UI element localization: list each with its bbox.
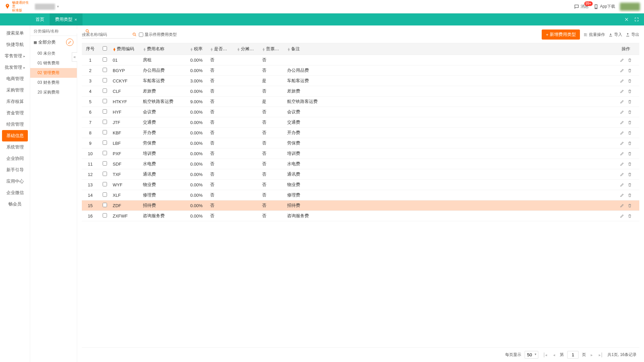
row-delete-button[interactable] <box>628 79 632 83</box>
row-delete-button[interactable] <box>628 183 632 187</box>
table-row[interactable]: 12TXF通讯费0.00%否否通讯费 <box>82 169 639 180</box>
nav-item-批发管理[interactable]: 批发管理▸ <box>0 62 30 73</box>
row-edit-button[interactable] <box>620 193 624 197</box>
row-edit-button[interactable] <box>620 183 624 187</box>
row-delete-button[interactable] <box>628 152 632 156</box>
row-delete-button[interactable] <box>628 58 632 62</box>
page-input[interactable] <box>567 351 579 359</box>
nav-item-经营管理[interactable]: 经营管理 <box>0 119 30 130</box>
table-row[interactable]: 14XLF修理费0.00%否否修理费 <box>82 190 639 200</box>
row-edit-button[interactable] <box>620 214 624 218</box>
row-edit-button[interactable] <box>620 203 624 208</box>
category-item[interactable]: 03 财务费用 <box>30 78 77 87</box>
row-delete-button[interactable] <box>628 68 632 73</box>
tab-home[interactable]: 首页 <box>30 13 50 25</box>
row-checkbox[interactable] <box>103 88 107 93</box>
header-remark[interactable]: ▲▼备注 <box>285 43 612 55</box>
row-delete-button[interactable] <box>628 100 632 104</box>
row-edit-button[interactable] <box>620 120 624 125</box>
row-checkbox[interactable] <box>103 68 107 72</box>
row-edit-button[interactable] <box>620 79 624 83</box>
company-dropdown[interactable]: ▾ <box>35 4 59 10</box>
table-row[interactable]: 9LBF劳保费0.00%否否劳保费 <box>82 138 639 148</box>
export-button[interactable]: 导出 <box>626 32 639 38</box>
row-delete-button[interactable] <box>628 89 632 94</box>
row-checkbox[interactable] <box>103 161 107 166</box>
header-bool2[interactable]: ▲▼普票… <box>260 43 285 55</box>
messages-button[interactable]: 消息 99+ <box>574 4 589 9</box>
category-root[interactable]: ▦ 全部分类 <box>30 36 77 49</box>
row-edit-button[interactable] <box>620 89 624 94</box>
row-edit-button[interactable] <box>620 100 624 104</box>
row-delete-button[interactable] <box>628 110 632 114</box>
table-row[interactable]: 101房租0.00%否否 <box>82 55 639 65</box>
table-row[interactable]: 16ZXFWF咨询服务费0.00%否否咨询服务费 <box>82 211 639 221</box>
row-checkbox[interactable] <box>103 78 107 82</box>
select-all-checkbox[interactable] <box>103 46 107 51</box>
row-delete-button[interactable] <box>628 162 632 166</box>
row-checkbox[interactable] <box>103 172 107 176</box>
nav-item-基础信息[interactable]: 基础信息 <box>2 130 28 141</box>
table-row[interactable]: 4CLF差旅费0.00%否否差旅费 <box>82 86 639 97</box>
show-disabled-checkbox[interactable] <box>139 33 143 37</box>
page-prev-button[interactable]: ◂ <box>552 353 556 357</box>
search-icon[interactable] <box>132 32 137 37</box>
row-checkbox[interactable] <box>103 203 107 207</box>
table-row[interactable]: 5HTKYF航空铁路客运费9.00%否是航空铁路客运费 <box>82 97 639 107</box>
table-row[interactable]: 15ZDF招待费0.00%否否招待费 <box>82 200 639 211</box>
batch-action-button[interactable]: 批量操作 <box>583 32 605 38</box>
header-alloc[interactable]: ▲▼分摊… <box>235 43 260 55</box>
table-row[interactable]: 8KBF开办费0.00%否否开办费 <box>82 128 639 138</box>
nav-item-企业微信[interactable]: 企业微信 <box>0 187 30 198</box>
table-row[interactable]: 11SDF水电费0.00%否否水电费 <box>82 159 639 169</box>
page-first-button[interactable]: ⎮◂ <box>542 353 548 357</box>
nav-item-快捷导航[interactable]: 快捷导航 <box>0 39 30 50</box>
nav-item-应用中心[interactable]: 应用中心 <box>0 176 30 187</box>
row-edit-button[interactable] <box>620 162 624 166</box>
table-row[interactable]: 2BGYP办公用品费0.00%否否办公用品费 <box>82 65 639 76</box>
row-delete-button[interactable] <box>628 193 632 197</box>
category-item[interactable]: 00 未分类 <box>30 49 77 58</box>
category-search-input[interactable] <box>34 29 84 34</box>
fullscreen-button[interactable] <box>633 16 640 23</box>
nav-item-电商管理[interactable]: 电商管理 <box>0 73 30 84</box>
table-row[interactable]: 10PXF培训费0.00%否否培训费 <box>82 148 639 159</box>
table-row[interactable]: 3CCKYF车船客运费3.00%否是车船客运费 <box>82 76 639 86</box>
nav-item-畅会员[interactable]: 畅会员 <box>0 198 30 210</box>
table-row[interactable]: 13WYF物业费0.00%否否物业费 <box>82 180 639 190</box>
row-checkbox[interactable] <box>103 109 107 114</box>
header-code[interactable]: ▲▼费用编码 <box>111 43 141 55</box>
nav-item-零售管理[interactable]: 零售管理▸ <box>0 50 30 62</box>
row-checkbox[interactable] <box>103 213 107 218</box>
row-delete-button[interactable] <box>628 120 632 125</box>
header-select-all[interactable] <box>99 43 111 55</box>
search-icon[interactable] <box>85 29 90 34</box>
app-download-button[interactable]: App下载 <box>593 4 615 9</box>
row-checkbox[interactable] <box>103 182 107 186</box>
row-delete-button[interactable] <box>628 141 632 145</box>
category-edit-button[interactable] <box>66 39 73 46</box>
header-idx[interactable]: 序号 <box>82 43 99 55</box>
row-edit-button[interactable] <box>620 68 624 73</box>
row-edit-button[interactable] <box>620 110 624 114</box>
row-edit-button[interactable] <box>620 131 624 135</box>
row-checkbox[interactable] <box>103 57 107 62</box>
row-checkbox[interactable] <box>103 130 107 134</box>
category-collapse-button[interactable]: « <box>72 52 77 62</box>
close-icon[interactable]: × <box>74 17 77 22</box>
row-checkbox[interactable] <box>103 151 107 155</box>
nav-item-库存核算[interactable]: 库存核算 <box>0 96 30 107</box>
header-rate[interactable]: ▲▼税率 <box>184 43 208 55</box>
row-edit-button[interactable] <box>620 172 624 177</box>
user-avatar[interactable] <box>620 3 640 11</box>
page-last-button[interactable]: ▸⎮ <box>597 353 604 357</box>
nav-item-企业协同[interactable]: 企业协同 <box>0 153 30 164</box>
per-page-select[interactable]: 50 <box>525 351 538 359</box>
header-bool1[interactable]: ▲▼是否… <box>208 43 235 55</box>
tab-fee-type[interactable]: 费用类型 × <box>50 13 83 25</box>
table-row[interactable]: 6HYF会议费0.00%否否会议费 <box>82 107 639 117</box>
page-next-button[interactable]: ▸ <box>589 353 594 357</box>
header-name[interactable]: ▲▼费用名称 <box>141 43 184 55</box>
import-button[interactable]: 导入 <box>608 32 622 38</box>
table-row[interactable]: 7JTF交通费0.00%否否交通费 <box>82 117 639 128</box>
